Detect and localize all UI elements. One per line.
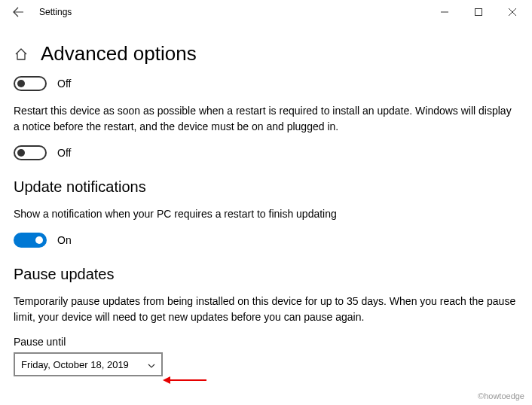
watermark: ©howtoedge (478, 391, 524, 400)
page-header: Advanced options (14, 42, 518, 65)
pause-description: Temporarily pause updates from being ins… (14, 294, 518, 325)
pause-until-value: Friday, October 18, 2019 (21, 359, 129, 370)
page-title: Advanced options (41, 42, 197, 65)
toggle-row-notifications: On (14, 233, 518, 248)
back-arrow-icon (12, 6, 24, 18)
toggle-1[interactable] (14, 76, 47, 91)
section-notifications-heading: Update notifications (14, 178, 518, 196)
content-area: Advanced options Off Restart this device… (0, 24, 532, 376)
maximize-button[interactable] (461, 0, 495, 24)
chevron-down-icon (148, 359, 155, 370)
notifications-description: Show a notification when your PC require… (14, 206, 518, 222)
home-icon[interactable] (14, 47, 29, 62)
window-titlebar: Settings (0, 0, 532, 24)
toggle-1-label: Off (57, 78, 71, 90)
window-title: Settings (39, 7, 72, 17)
minimize-icon (441, 8, 448, 16)
svg-rect-1 (475, 9, 482, 16)
section-pause-heading: Pause updates (14, 266, 518, 283)
toggle-notifications-label: On (57, 234, 72, 246)
toggle-row-1: Off (14, 76, 518, 91)
toggle-restart-label: Off (57, 147, 71, 159)
toggle-restart[interactable] (14, 145, 47, 160)
close-button[interactable] (495, 0, 529, 24)
minimize-button[interactable] (427, 0, 461, 24)
close-icon (509, 8, 516, 16)
pause-until-dropdown[interactable]: Friday, October 18, 2019 (14, 352, 163, 376)
back-button[interactable] (3, 0, 33, 24)
restart-description: Restart this device as soon as possible … (14, 103, 518, 135)
maximize-icon (475, 8, 482, 16)
toggle-row-2: Off (14, 145, 518, 160)
pause-until-label: Pause until (14, 336, 518, 348)
toggle-notifications[interactable] (14, 233, 47, 248)
svg-marker-5 (163, 376, 170, 384)
